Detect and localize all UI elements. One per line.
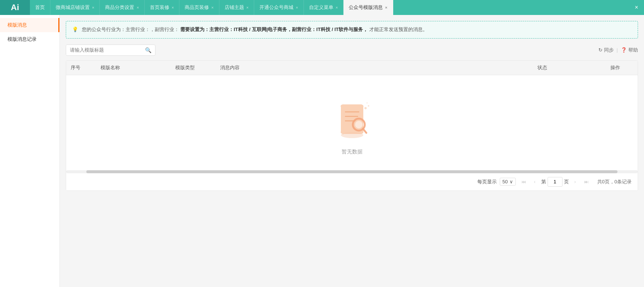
first-page-button[interactable]: ⏮ bbox=[519, 177, 529, 187]
svg-point-8 bbox=[368, 105, 369, 107]
notice-icon: 💡 bbox=[72, 27, 78, 32]
tab-label: 公众号模版消息 bbox=[349, 4, 383, 11]
th-name: 模版名称 bbox=[96, 61, 171, 75]
tab-label: 微商城店铺设置 bbox=[56, 4, 90, 11]
app-logo: Ai bbox=[0, 0, 30, 15]
tab-home[interactable]: 首页 bbox=[30, 0, 50, 15]
toolbar-divider: | bbox=[617, 47, 618, 53]
sync-label: 同步 bbox=[604, 47, 614, 54]
tab-micro-store[interactable]: 微商城店铺设置× bbox=[50, 0, 100, 15]
horizontal-scrollbar[interactable] bbox=[66, 170, 638, 173]
page-label-suffix: 页 bbox=[564, 178, 569, 185]
table-header: 序号 模版名称 模版类型 消息内容 状态 操作 bbox=[66, 61, 638, 75]
th-action: 操作 bbox=[593, 61, 638, 75]
sync-button[interactable]: ↻ 同步 bbox=[598, 47, 614, 54]
th-status: 状态 bbox=[533, 61, 593, 75]
tab-close-micro-store[interactable]: × bbox=[92, 5, 94, 10]
search-wrap: 🔍 bbox=[66, 45, 155, 56]
tab-label: 开通公众号商城 bbox=[259, 4, 293, 11]
tab-label: 商品页装修 bbox=[185, 4, 209, 11]
tab-label: 店铺主题 bbox=[225, 4, 244, 11]
tab-label: 首页装修 bbox=[150, 4, 169, 11]
tab-close-custom-menu[interactable]: × bbox=[336, 5, 338, 10]
toolbar-right: ↻ 同步 | ❓ 帮助 bbox=[598, 47, 638, 54]
notice-box: 💡 您的公众号行业为：主营行业：，副营行业： 需要设置为：主营行业：IT科技 /… bbox=[66, 21, 638, 39]
total-records-text: 共0页，0条记录 bbox=[597, 178, 632, 185]
tab-list: 首页微商城店铺设置×商品分类设置×首页装修×商品页装修×店铺主题×开通公众号商城… bbox=[30, 0, 629, 15]
page-size-select[interactable]: 50 ∨ bbox=[500, 178, 515, 186]
sidebar-item-template-record[interactable]: 模版消息记录 bbox=[0, 32, 59, 46]
data-table: 序号 模版名称 模版类型 消息内容 状态 操作 bbox=[66, 60, 638, 191]
scrollbar-thumb[interactable] bbox=[86, 170, 618, 173]
notice-highlight: 需要设置为：主营行业：IT科技 / 互联网|电子商务，副营行业：IT科技 / I… bbox=[180, 27, 368, 32]
prev-page-button[interactable]: ‹ bbox=[530, 177, 540, 187]
tab-close-open-mall[interactable]: × bbox=[296, 5, 298, 10]
sidebar-item-template-message[interactable]: 模版消息 bbox=[0, 18, 59, 32]
notice-suffix: 才能正常发送预置的消息。 bbox=[369, 27, 428, 32]
search-icon: 🔍 bbox=[145, 47, 151, 53]
tab-label: 商品分类设置 bbox=[105, 4, 134, 11]
tab-store-theme[interactable]: 店铺主题× bbox=[219, 0, 254, 15]
th-type: 模版类型 bbox=[171, 61, 216, 75]
tab-close-template-msg[interactable]: × bbox=[385, 5, 387, 10]
th-content: 消息内容 bbox=[216, 61, 533, 75]
content-area: 💡 您的公众号行业为：主营行业：，副营行业： 需要设置为：主营行业：IT科技 /… bbox=[60, 15, 644, 287]
help-button[interactable]: ❓ 帮助 bbox=[621, 47, 638, 54]
next-page-button[interactable]: › bbox=[570, 177, 580, 187]
svg-point-5 bbox=[355, 121, 363, 128]
tab-close-home-decor[interactable]: × bbox=[172, 5, 174, 10]
tab-home-decor[interactable]: 首页装修× bbox=[145, 0, 179, 15]
last-page-button[interactable]: ⏭ bbox=[582, 177, 591, 187]
page-navigation: ⏮ ‹ 第 页 › ⏭ bbox=[519, 177, 591, 187]
window-close-button[interactable]: × bbox=[629, 0, 644, 15]
empty-text: 暂无数据 bbox=[342, 149, 363, 155]
svg-point-9 bbox=[366, 102, 367, 103]
page-size-value: 50 bbox=[502, 179, 508, 184]
chevron-down-icon: ∨ bbox=[509, 179, 513, 184]
top-nav: Ai 首页微商城店铺设置×商品分类设置×首页装修×商品页装修×店铺主题×开通公众… bbox=[0, 0, 644, 15]
th-seq: 序号 bbox=[66, 61, 96, 75]
tab-template-msg[interactable]: 公众号模版消息× bbox=[343, 0, 393, 15]
help-icon: ❓ bbox=[621, 47, 627, 53]
tab-label: 自定义菜单 bbox=[309, 4, 333, 11]
empty-illustration bbox=[330, 98, 375, 143]
tab-product-decor[interactable]: 商品页装修× bbox=[179, 0, 219, 15]
toolbar: 🔍 ↻ 同步 | ❓ 帮助 bbox=[66, 45, 638, 56]
tab-close-store-theme[interactable]: × bbox=[246, 5, 249, 10]
sync-icon: ↻ bbox=[598, 47, 603, 53]
tab-close-category[interactable]: × bbox=[136, 5, 139, 10]
page-number-input[interactable] bbox=[548, 177, 563, 187]
main-layout: 模版消息模版消息记录 💡 您的公众号行业为：主营行业：，副营行业： 需要设置为：… bbox=[0, 15, 644, 287]
search-button[interactable]: 🔍 bbox=[141, 45, 155, 55]
page-size-label: 每页显示 bbox=[477, 178, 497, 185]
tab-label: 首页 bbox=[35, 4, 45, 11]
help-label: 帮助 bbox=[628, 47, 638, 54]
page-label-prefix: 第 bbox=[541, 178, 546, 185]
tab-close-product-decor[interactable]: × bbox=[211, 5, 213, 10]
svg-point-7 bbox=[364, 107, 367, 109]
empty-state: 暂无数据 bbox=[66, 75, 638, 170]
search-input[interactable] bbox=[66, 45, 141, 55]
tab-open-mall[interactable]: 开通公众号商城× bbox=[254, 0, 303, 15]
sidebar: 模版消息模版消息记录 bbox=[0, 15, 60, 287]
tab-category[interactable]: 商品分类设置× bbox=[100, 0, 144, 15]
pagination: 每页显示 50 ∨ ⏮ ‹ 第 页 › ⏭ 共0页，0条记录 bbox=[66, 173, 638, 190]
tab-custom-menu[interactable]: 自定义菜单× bbox=[304, 0, 343, 15]
notice-prefix: 您的公众号行业为：主营行业：，副营行业： bbox=[82, 27, 179, 32]
